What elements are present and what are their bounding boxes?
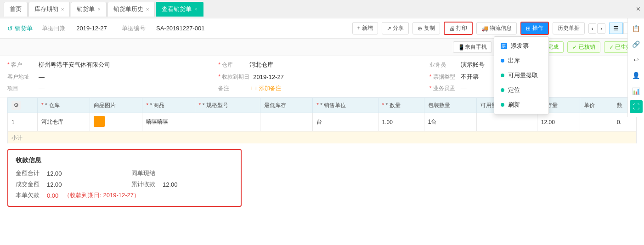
menu-add-invoice[interactable]: 票 添发票: [494, 39, 548, 53]
address-value: —: [39, 74, 45, 80]
col-unit: * * 销售单位: [313, 98, 378, 113]
sold-button[interactable]: ✓ 已核销: [567, 41, 600, 53]
sidebar-icon-chart[interactable]: 📊: [630, 85, 643, 97]
doc-type-badge: ↺ 销货单: [7, 24, 33, 33]
customer-field: 客户 柳州粤港平安气体有限公司: [7, 61, 215, 69]
transaction-label: 成交金额: [16, 180, 43, 188]
sales-staff-label: 业务员孟: [429, 85, 457, 92]
warehouse-label: 仓库: [218, 61, 246, 69]
col-warehouse: * * 仓库: [38, 98, 90, 113]
col-product-img: 商品图片: [90, 98, 142, 113]
tab-sales-order[interactable]: 销货单 ×: [71, 2, 106, 17]
sidebar-icon-expand[interactable]: ⛶: [630, 100, 643, 113]
cell-warehouse: 河北仓库: [38, 113, 90, 131]
cell-unit: 台: [313, 113, 378, 131]
from-mobile-button[interactable]: 📱 来自手机: [453, 41, 492, 53]
tab-history-close[interactable]: ×: [146, 6, 149, 12]
refresh-dot: [501, 103, 504, 107]
doc-type-label: 销货单: [15, 24, 33, 33]
sidebar-icon-copy[interactable]: 📋: [630, 22, 643, 35]
tab-inventory-close[interactable]: ×: [61, 6, 64, 12]
cell-qty: 1.00: [378, 113, 424, 131]
project-value: —: [39, 85, 45, 92]
tab-view-close[interactable]: ×: [194, 6, 197, 12]
menu-outbound[interactable]: 出库: [494, 53, 548, 68]
subtotal-row: 小计: [8, 131, 637, 144]
doc-meta: 单据日期 2019-12-27 单据编号 SA-20191227-001: [42, 24, 220, 33]
menu-refresh[interactable]: 刷新: [494, 97, 548, 112]
cell-product-img: [90, 113, 142, 131]
doc-no-label: 单据编号 SA-20191227-001: [122, 24, 212, 33]
tab-bar: 首页 库存期初 × 销货单 × 销货单历史 × 查看销货单 × ×: [0, 0, 644, 18]
print-button[interactable]: 🖨 打印: [444, 22, 473, 35]
col-spec: * * 规格型号: [195, 98, 260, 113]
project-field: 项目 —: [7, 85, 215, 92]
customer-value: 柳州粤港平安气体有限公司: [39, 61, 110, 69]
operation-button[interactable]: ⊞ 操作: [520, 22, 548, 35]
tab-inventory-init[interactable]: 库存期初 ×: [28, 2, 70, 17]
history-button[interactable]: 历史单据: [553, 22, 585, 34]
sidebar-icon-link[interactable]: 🔗: [630, 38, 643, 51]
add-note-button[interactable]: + 添加备注: [249, 85, 281, 92]
add-invoice-icon: 票: [501, 43, 507, 49]
doc-header: ↺ 销货单 单据日期 2019-12-27 单据编号 SA-20191227-0…: [0, 18, 644, 39]
gear-icon[interactable]: ⚙: [11, 101, 21, 110]
staff-value: 演示账号: [461, 61, 485, 69]
tab-sales-history[interactable]: 销货单历史 ×: [107, 2, 155, 17]
ticket-value: 不开票: [461, 73, 479, 81]
cell-pack-qty: 1台: [424, 113, 476, 131]
list-view-button[interactable]: ☰: [609, 23, 623, 34]
col-pack-qty: 包装数量: [424, 98, 476, 113]
menu-locate[interactable]: 定位: [494, 83, 548, 97]
plus-icon: +: [254, 85, 258, 91]
project-label: 项目: [7, 85, 35, 92]
col-min-stock: 最低库存: [260, 98, 312, 113]
date-label: 单据日期 2019-12-27: [42, 24, 114, 33]
grid-icon: ⊞: [526, 25, 531, 32]
payment-box: 收款信息 金额合计 12.00 同单现结 — 成交金额 12.00 累计收款 1…: [7, 149, 242, 207]
cell-spec: [195, 113, 260, 131]
menu-available-pickup[interactable]: 可用量提取: [494, 68, 548, 83]
doc-type-icon: ↺: [7, 25, 13, 32]
product-image: [94, 116, 105, 127]
col-qty: * * 数量: [378, 98, 424, 113]
next-button[interactable]: ›: [597, 23, 605, 34]
ticket-label: 票据类型: [429, 73, 457, 81]
arrears-label: 本单欠款: [16, 191, 43, 199]
truck-icon: 🚚: [481, 25, 488, 32]
transaction-value: 12.00: [47, 181, 62, 188]
staff-label: 业务员: [429, 61, 457, 69]
tab-bar-close[interactable]: ×: [636, 5, 640, 13]
sidebar-icon-user[interactable]: 👤: [630, 69, 643, 82]
col-product: * * 商品: [142, 98, 195, 113]
nav-arrows: ‹ ›: [588, 23, 605, 34]
cell-unit-price: [580, 113, 613, 131]
tab-home[interactable]: 首页: [4, 2, 28, 17]
operation-dropdown: ⊞ 操作 票 添发票 出库 可用量提取: [520, 22, 548, 35]
share-button[interactable]: ↗ 分享: [382, 22, 409, 34]
print-icon: 🖨: [449, 25, 455, 32]
cumulative-value: 12.00: [163, 181, 178, 188]
arrears-row: 本单欠款 0.00 （收款到期日: 2019-12-27）: [16, 191, 233, 199]
right-sidebar: 📋 🔗 ↩ 👤 📊 ⛶: [627, 18, 644, 117]
operation-menu: 票 添发票 出库 可用量提取 定位: [494, 36, 549, 114]
sidebar-icon-back[interactable]: ↩: [630, 53, 643, 66]
copy-button[interactable]: ⊕ 复制: [412, 22, 440, 34]
logistics-button[interactable]: 🚚 物流信息: [476, 22, 517, 34]
payment-title: 收款信息: [16, 156, 233, 165]
prev-button[interactable]: ‹: [588, 23, 597, 34]
toolbar-right: + 新增 ↗ 分享 ⊕ 复制 🖨 打印 🚚 物流信息 ⊞ 操作: [352, 22, 637, 35]
outbound-dot: [501, 59, 504, 63]
cell-min-stock: [260, 113, 312, 131]
cell-current-stock: 12.00: [537, 113, 580, 131]
arrears-note: （收款到期日: 2019-12-27）: [64, 191, 140, 199]
tab-view-sales[interactable]: 查看销货单 ×: [156, 2, 203, 17]
due-date-field: 收款到期日 2019-12-27: [218, 73, 425, 81]
new-button[interactable]: + 新增: [352, 22, 378, 34]
arrears-value: 0.00: [47, 192, 58, 199]
tab-home-label: 首页: [10, 5, 22, 13]
col-settings[interactable]: ⚙: [8, 98, 38, 113]
share-icon: ↗: [387, 25, 391, 32]
total-amount-row: 金额合计 12.00: [16, 169, 118, 177]
tab-sales-close[interactable]: ×: [97, 6, 100, 12]
